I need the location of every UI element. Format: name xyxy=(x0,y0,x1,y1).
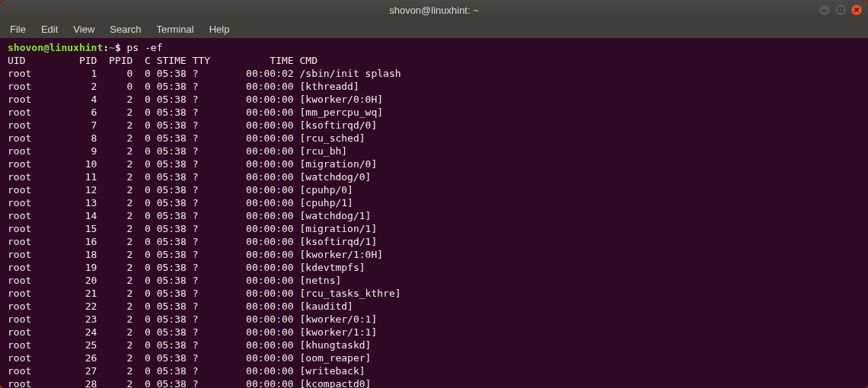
process-row: root 14 2 0 05:38 ? 00:00:00 [watchdog/1… xyxy=(8,210,371,221)
process-row: root 18 2 0 05:38 ? 00:00:00 [kworker/1:… xyxy=(8,249,383,260)
terminal-window: shovon@linuxhint: ~ File Edit View Searc… xyxy=(0,0,868,388)
process-row: root 7 2 0 05:38 ? 00:00:00 [ksoftirqd/0… xyxy=(8,119,377,131)
process-row: root 2 0 0 05:38 ? 00:00:00 [kthreadd] xyxy=(8,81,359,92)
process-row: root 9 2 0 05:38 ? 00:00:00 [rcu_bh] xyxy=(8,145,347,157)
titlebar: shovon@linuxhint: ~ xyxy=(0,0,868,20)
process-row: root 11 2 0 05:38 ? 00:00:00 [watchdog/0… xyxy=(8,171,371,183)
process-row: root 6 2 0 05:38 ? 00:00:00 [mm_percpu_w… xyxy=(8,107,383,118)
process-row: root 13 2 0 05:38 ? 00:00:00 [cpuhp/1] xyxy=(8,197,353,208)
process-row: root 12 2 0 05:38 ? 00:00:00 [cpuhp/0] xyxy=(8,184,353,196)
menu-terminal[interactable]: Terminal xyxy=(150,21,201,37)
process-row: root 4 2 0 05:38 ? 00:00:00 [kworker/0:0… xyxy=(8,94,383,105)
minimize-icon xyxy=(822,7,828,13)
minimize-button[interactable] xyxy=(819,5,830,15)
command-text: ps -ef xyxy=(127,42,163,53)
menubar: File Edit View Search Terminal Help xyxy=(0,20,868,38)
close-icon xyxy=(854,7,860,13)
menu-edit[interactable]: Edit xyxy=(34,21,65,37)
process-row: root 1 0 0 05:38 ? 00:00:02 /sbin/init s… xyxy=(8,68,401,79)
close-button[interactable] xyxy=(851,5,862,15)
menu-search[interactable]: Search xyxy=(103,21,148,37)
process-row: root 8 2 0 05:38 ? 00:00:00 [rcu_sched] xyxy=(8,132,365,144)
process-row: root 22 2 0 05:38 ? 00:00:00 [kauditd] xyxy=(8,301,353,312)
process-row: root 26 2 0 05:38 ? 00:00:00 [oom_reaper… xyxy=(8,352,371,364)
prompt-user-host: shovon@linuxhint xyxy=(8,42,103,53)
prompt-colon: : xyxy=(103,42,109,53)
terminal-viewport[interactable]: shovon@linuxhint:~$ ps -ef UID PID PPID … xyxy=(0,38,868,388)
svg-rect-1 xyxy=(839,8,843,12)
maximize-button[interactable] xyxy=(835,5,846,15)
menu-view[interactable]: View xyxy=(66,21,101,37)
maximize-icon xyxy=(838,7,844,13)
process-row: root 24 2 0 05:38 ? 00:00:00 [kworker/1:… xyxy=(8,326,377,338)
prompt-path: ~ xyxy=(109,42,115,53)
menu-file[interactable]: File xyxy=(3,21,33,37)
process-row: root 15 2 0 05:38 ? 00:00:00 [migration/… xyxy=(8,223,377,234)
process-row: root 16 2 0 05:38 ? 00:00:00 [ksoftirqd/… xyxy=(8,236,377,247)
menu-help[interactable]: Help xyxy=(203,21,237,37)
window-buttons xyxy=(819,5,862,15)
process-row: root 28 2 0 05:38 ? 00:00:00 [kcompactd0… xyxy=(8,378,371,388)
process-row: root 27 2 0 05:38 ? 00:00:00 [writeback] xyxy=(8,365,365,377)
ps-header: UID PID PPID C STIME TTY TIME CMD xyxy=(8,55,318,66)
process-row: root 20 2 0 05:38 ? 00:00:00 [netns] xyxy=(8,275,341,286)
process-row: root 21 2 0 05:38 ? 00:00:00 [rcu_tasks_… xyxy=(8,288,401,299)
process-row: root 10 2 0 05:38 ? 00:00:00 [migration/… xyxy=(8,158,377,170)
process-row: root 25 2 0 05:38 ? 00:00:00 [khungtaskd… xyxy=(8,339,371,351)
process-row: root 19 2 0 05:38 ? 00:00:00 [kdevtmpfs] xyxy=(8,262,365,273)
prompt-dollar: $ xyxy=(115,42,121,53)
window-title: shovon@linuxhint: ~ xyxy=(0,5,868,15)
process-row: root 23 2 0 05:38 ? 00:00:00 [kworker/0:… xyxy=(8,313,377,325)
